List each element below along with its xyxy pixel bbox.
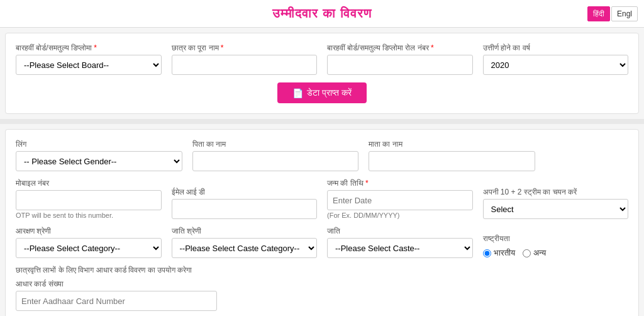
mother-name-group: माता का नाम bbox=[369, 140, 535, 171]
english-lang-button[interactable]: Engl bbox=[611, 6, 638, 21]
roll-no-label: बारहवीं बोर्ड/समतुल्य डिप्लोमा रोल नंबर … bbox=[327, 43, 473, 52]
caste-group: जाति --Please Select Caste-- bbox=[327, 227, 473, 258]
nationality-other-option[interactable]: अन्य bbox=[523, 248, 546, 258]
mobile-input[interactable] bbox=[16, 190, 162, 210]
student-name-input[interactable] bbox=[172, 55, 318, 75]
fetch-btn-row: 📄 डेटा प्राप्त करें bbox=[16, 82, 628, 103]
nationality-other-radio[interactable] bbox=[523, 249, 531, 257]
caste-label: जाति bbox=[327, 227, 473, 235]
gender-label: लिंग bbox=[16, 140, 182, 149]
student-name-label: छात्र का पूरा नाम * bbox=[172, 43, 318, 52]
caste-category-select[interactable]: --Please Select Caste Category-- bbox=[172, 238, 318, 258]
email-input[interactable] bbox=[172, 199, 318, 219]
language-switcher: हिंदी Engl bbox=[587, 6, 638, 21]
board-row: बारहवीं बोर्ड/समतुल्य डिप्लोमा * --Pleas… bbox=[16, 43, 628, 75]
board-info-section: बारहवीं बोर्ड/समतुल्य डिप्लोमा * --Pleas… bbox=[5, 33, 639, 114]
board-group: बारहवीं बोर्ड/समतुल्य डिप्लोमा * --Pleas… bbox=[16, 43, 162, 75]
mother-name-label: माता का नाम bbox=[369, 140, 535, 149]
otp-note: OTP will be sent to this number. bbox=[16, 212, 162, 219]
hindi-lang-button[interactable]: हिंदी bbox=[587, 6, 610, 21]
database-icon: 📄 bbox=[292, 88, 303, 98]
dob-input[interactable] bbox=[327, 190, 473, 210]
nationality-radio-group: भारतीय अन्य bbox=[483, 248, 629, 258]
candidate-details-section: लिंग -- Please Select Gender-- पुरुष महि… bbox=[5, 129, 639, 316]
board-label: बारहवीं बोर्ड/समतुल्य डिप्लोमा * bbox=[16, 43, 162, 52]
category-select[interactable]: --Please Select Category-- bbox=[16, 238, 162, 258]
father-name-group: पिता का नाम bbox=[192, 140, 359, 171]
email-group: ईमेल आई डी bbox=[172, 188, 318, 219]
nationality-indian-radio[interactable] bbox=[483, 249, 491, 257]
page-header: उम्मीदवार का विवरण हिंदी Engl bbox=[0, 0, 644, 28]
stream-label: अपनी 10 + 2 स्ट्रीम का चयन करें bbox=[483, 188, 629, 196]
aadhaar-label: आधार कार्ड संख्या bbox=[16, 279, 217, 288]
roll-no-input[interactable] bbox=[327, 55, 473, 75]
gender-select[interactable]: -- Please Select Gender-- पुरुष महिला अन… bbox=[16, 151, 182, 171]
mobile-group: मोबाइल नंबर OTP will be sent to this num… bbox=[16, 179, 162, 219]
nationality-indian-option[interactable]: भारतीय bbox=[483, 248, 515, 258]
gender-parents-row: लिंग -- Please Select Gender-- पुरुष महि… bbox=[16, 140, 628, 171]
stream-group: अपनी 10 + 2 स्ट्रीम का चयन करें Select bbox=[483, 188, 629, 219]
aadhaar-group: आधार कार्ड संख्या bbox=[16, 279, 217, 311]
nationality-group: राष्ट्रीयता भारतीय अन्य bbox=[483, 234, 629, 258]
email-label: ईमेल आई डी bbox=[172, 188, 318, 196]
dob-label: जन्म की तिथि * bbox=[327, 179, 473, 188]
father-name-label: पिता का नाम bbox=[192, 140, 359, 149]
student-name-group: छात्र का पूरा नाम * bbox=[172, 43, 318, 75]
passing-year-select[interactable]: 2020 2019 2018 2017 bbox=[483, 55, 629, 75]
aadhaar-section-note: छात्रवृत्ति लाभों के लिए विभाग आधार कार्… bbox=[16, 266, 628, 274]
passing-year-group: उत्तीर्ण होने का वर्ष 2020 2019 2018 201… bbox=[483, 43, 629, 75]
mother-name-input[interactable] bbox=[369, 151, 535, 171]
passing-year-label: उत्तीर्ण होने का वर्ष bbox=[483, 43, 629, 52]
fetch-data-button[interactable]: 📄 डेटा प्राप्त करें bbox=[277, 82, 367, 103]
category-group: आरक्षण श्रेणी --Please Select Category-- bbox=[16, 227, 162, 258]
dob-group: जन्म की तिथि * (For Ex. DD/MM/YYYY) bbox=[327, 179, 473, 219]
nationality-label: राष्ट्रीयता bbox=[483, 234, 629, 243]
page-title: उम्मीदवार का विवरण bbox=[272, 6, 371, 21]
board-select[interactable]: --Please Select Board-- bbox=[16, 55, 162, 75]
roll-no-group: बारहवीं बोर्ड/समतुल्य डिप्लोमा रोल नंबर … bbox=[327, 43, 473, 75]
caste-select[interactable]: --Please Select Caste-- bbox=[327, 238, 473, 258]
mobile-label: मोबाइल नंबर bbox=[16, 179, 162, 188]
section-divider bbox=[0, 119, 644, 124]
father-name-input[interactable] bbox=[192, 151, 359, 171]
stream-select[interactable]: Select bbox=[483, 199, 629, 219]
category-row: आरक्षण श्रेणी --Please Select Category--… bbox=[16, 227, 628, 258]
dob-hint: (For Ex. DD/MM/YYYY) bbox=[327, 212, 473, 219]
contact-row: मोबाइल नंबर OTP will be sent to this num… bbox=[16, 179, 628, 219]
aadhaar-input[interactable] bbox=[16, 291, 217, 311]
aadhaar-row: आधार कार्ड संख्या bbox=[16, 279, 628, 311]
category-label: आरक्षण श्रेणी bbox=[16, 227, 162, 235]
caste-category-label: जाति श्रेणी bbox=[172, 227, 318, 235]
caste-category-group: जाति श्रेणी --Please Select Caste Catego… bbox=[172, 227, 318, 258]
gender-group: लिंग -- Please Select Gender-- पुरुष महि… bbox=[16, 140, 182, 171]
